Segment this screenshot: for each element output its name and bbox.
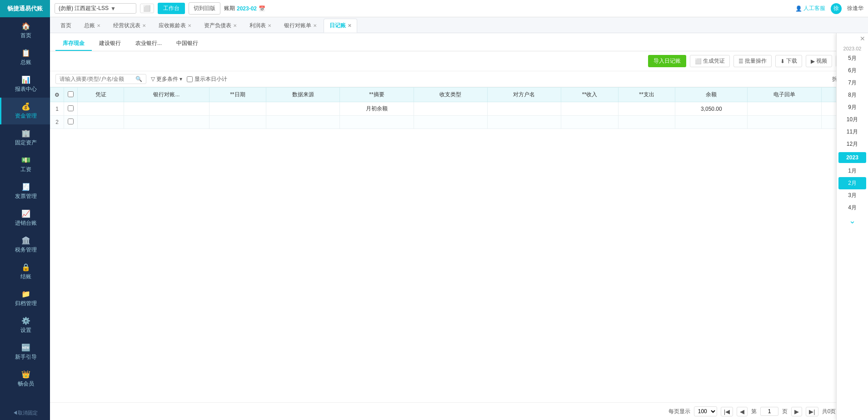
video-button[interactable]: ▶ 视频 (806, 55, 832, 67)
settings-icon: ⚙️ (21, 316, 30, 325)
prev-page-button[interactable]: ◀ (737, 407, 748, 416)
daily-subtotal-label: 显示本日小计 (195, 75, 227, 83)
sidebar-item-report[interactable]: 📊 报表中心 (0, 71, 50, 98)
first-page-button[interactable]: |◀ (721, 407, 733, 416)
date-month-prev7[interactable]: 11月 (837, 126, 868, 138)
download-button[interactable]: ⬇ 下载 (775, 55, 802, 67)
tab-assets-label: 资产负债表 (204, 22, 231, 30)
date-month-prev1[interactable]: 5月 (837, 52, 868, 64)
bank-tab-construction[interactable]: 建设银行 (92, 37, 128, 51)
sidebar-item-label: 总账 (20, 59, 31, 66)
date-panel-down-icon[interactable]: ⌄ (837, 214, 868, 227)
sidebar-item-label: 发票管理 (15, 193, 37, 200)
user-name: 徐逢华 (847, 5, 863, 12)
sidebar-item-closing[interactable]: 🔒 结账 (0, 258, 50, 285)
journal-table: ⚙ 凭证 银行对账... **日期 数据来源 **摘要 收支类型 对方户名 **… (50, 87, 868, 129)
date-panel: ✕ 2023.02 5月 6月 7月 8月 9月 10月 11月 12月 202… (836, 33, 868, 420)
date-month-prev5[interactable]: 9月 (837, 101, 868, 114)
col-check[interactable] (64, 88, 78, 102)
oldver-button[interactable]: 切到旧版 (189, 2, 220, 15)
tab-general-close[interactable]: ✕ (97, 23, 100, 28)
tab-bankstatement[interactable]: 银行对账单 ✕ (278, 19, 323, 33)
tab-assets-close[interactable]: ✕ (233, 23, 237, 28)
sidebar-item-label: 新手引导 (15, 353, 37, 361)
import-journal-button[interactable]: 导入日记账 (648, 55, 686, 67)
bank-tab-cash[interactable]: 库存现金 (55, 37, 92, 51)
tab-manage[interactable]: 经营状况表 ✕ (107, 19, 152, 33)
batch-icon: ☰ (738, 58, 743, 64)
page-number-input[interactable] (760, 407, 778, 416)
date-month-4[interactable]: 4月 (837, 202, 868, 214)
row1-checkbox[interactable] (68, 105, 74, 111)
daily-subtotal-check[interactable] (187, 76, 193, 82)
daily-subtotal-checkbox[interactable]: 显示本日小计 (187, 75, 227, 83)
bank-tab-china[interactable]: 中国银行 (169, 37, 205, 51)
row2-check[interactable] (64, 116, 78, 129)
search-input[interactable] (60, 76, 134, 82)
report-icon: 📊 (21, 75, 30, 84)
date-month-3[interactable]: 3月 (837, 189, 868, 202)
col-settings[interactable]: ⚙ (50, 88, 64, 102)
sidebar-item-label: 首页 (20, 32, 31, 40)
sidebar-item-settings[interactable]: ⚙️ 设置 (0, 312, 50, 339)
date-month-prev6[interactable]: 10月 (837, 114, 868, 126)
row1-summary: 月初余额 (340, 102, 414, 116)
closing-icon: 🔒 (21, 263, 30, 272)
sidebar-item-finance[interactable]: 💰 资金管理 (0, 98, 50, 124)
tab-journal-close[interactable]: ✕ (348, 23, 351, 28)
tab-profit-close[interactable]: ✕ (268, 23, 271, 28)
tab-home[interactable]: 首页 (55, 19, 77, 33)
tab-journal[interactable]: 日记账 ✕ (324, 19, 357, 33)
date-month-prev2[interactable]: 6月 (837, 64, 868, 77)
sidebar-item-home[interactable]: 🏠 首页 (0, 17, 50, 44)
row2-bank-match (124, 116, 209, 129)
unpin-button[interactable]: ◀取消固定 (0, 406, 50, 420)
date-year-2023[interactable]: 2023 (838, 152, 866, 163)
tab-manage-close[interactable]: ✕ (142, 23, 146, 28)
sidebar-item-label: 工资 (20, 166, 31, 173)
sidebar-item-guide[interactable]: 🆕 新手引导 (0, 339, 50, 366)
sidebar-item-salary[interactable]: 💵 工资 (0, 151, 50, 178)
row1-voucher (78, 102, 124, 116)
action-toolbar: 导入日记账 ⬜ 生成凭证 ☰ 批量操作 ⬇ 下载 ▶ 视频 (50, 51, 868, 71)
sidebar-item-inout[interactable]: 📈 进销台账 (0, 205, 50, 232)
row1-bank-match (124, 102, 209, 116)
per-page-select[interactable]: 100 50 200 (694, 406, 717, 416)
user-service[interactable]: 👤 人工客服 (795, 5, 825, 12)
archive-icon: 📁 (21, 290, 30, 298)
tab-bankstatement-close[interactable]: ✕ (313, 23, 317, 28)
tab-profit[interactable]: 利润表 ✕ (244, 19, 277, 33)
batch-button[interactable]: ☰ 批量操作 (733, 55, 772, 67)
sidebar-item-invoice[interactable]: 🧾 发票管理 (0, 178, 50, 205)
date-month-prev4[interactable]: 8月 (837, 89, 868, 101)
sidebar-item-member[interactable]: 👑 畅会员 (0, 366, 50, 392)
date-month-2[interactable]: 2月 (838, 177, 866, 189)
search-box[interactable]: 🔍 (55, 74, 146, 84)
check-all[interactable] (68, 91, 74, 97)
row2-ereceipt (748, 116, 821, 129)
company-selector[interactable]: (勿册) 江西超宝-LSS ▼ (55, 3, 136, 14)
row1-check[interactable] (64, 102, 78, 116)
bank-tab-agriculture[interactable]: 农业银行... (128, 37, 169, 51)
sidebar-item-tax[interactable]: 🏛️ 税务管理 (0, 232, 50, 258)
tab-general[interactable]: 总账 ✕ (78, 19, 106, 33)
sidebar-item-archive[interactable]: 📁 归档管理 (0, 285, 50, 312)
generate-voucher-button[interactable]: ⬜ 生成凭证 (690, 55, 730, 67)
row2-checkbox[interactable] (68, 119, 74, 124)
workbench-button[interactable]: 工作台 (158, 3, 185, 14)
date-month-prev8[interactable]: 12月 (837, 138, 868, 150)
next-page-button[interactable]: ▶ (791, 407, 802, 416)
date-panel-close[interactable]: ✕ (837, 33, 868, 44)
date-month-prev3[interactable]: 7月 (837, 77, 868, 89)
sidebar-item-fixed[interactable]: 🏢 固定资产 (0, 124, 50, 151)
row2-counterpart (487, 116, 561, 129)
calendar-icon[interactable]: 📅 (259, 5, 265, 12)
sidebar-item-general[interactable]: 📋 总账 (0, 44, 50, 71)
tab-receivable-close[interactable]: ✕ (188, 23, 191, 28)
date-month-1[interactable]: 1月 (837, 165, 868, 177)
copy-button[interactable]: ⬜ (140, 4, 154, 13)
last-page-button[interactable]: ▶| (806, 407, 818, 416)
more-conditions-button[interactable]: ▽ 更多条件 ▾ (151, 75, 182, 83)
tab-receivable[interactable]: 应收账龄表 ✕ (153, 19, 197, 33)
tab-assets[interactable]: 资产负债表 ✕ (198, 19, 243, 33)
